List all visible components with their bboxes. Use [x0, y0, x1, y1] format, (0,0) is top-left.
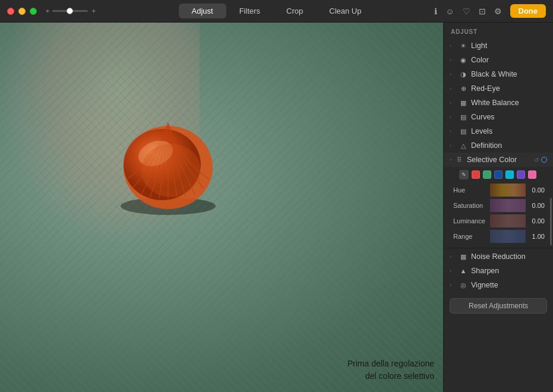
adjust-item-wb[interactable]: › ▦ White Balance: [444, 96, 553, 110]
hue-slider[interactable]: Hue 0.00: [451, 184, 547, 197]
swatch-green[interactable]: [483, 170, 491, 179]
chevron-right-icon: ›: [450, 100, 456, 106]
heart-icon[interactable]: ♡: [463, 7, 470, 16]
caption-line1: Prima della regolazione: [347, 358, 434, 370]
wb-label: White Balance: [471, 99, 547, 107]
chevron-right-icon: ›: [450, 57, 456, 63]
adjust-item-selective-color[interactable]: › ⠿ Selective Color ↺: [444, 153, 553, 167]
adjust-item-sharpen[interactable]: › ▲ Sharpen: [444, 264, 553, 278]
svg-point-4: [141, 144, 201, 197]
swatch-blue[interactable]: [494, 170, 503, 179]
adjust-item-bw[interactable]: › ◑ Black & White: [444, 67, 553, 81]
saturation-slider[interactable]: Saturation 0.00: [451, 199, 547, 212]
adjust-item-color[interactable]: › ◉ Color: [444, 53, 553, 67]
noise-label: Noise Reduction: [471, 252, 547, 261]
curves-label: Curves: [471, 113, 547, 121]
scrollbar[interactable]: [550, 198, 552, 245]
range-slider[interactable]: Range 1.00: [451, 230, 547, 243]
tab-filters[interactable]: Filters: [226, 4, 273, 18]
eyedropper-tool[interactable]: ✎: [459, 170, 469, 179]
minimize-button[interactable]: [18, 8, 26, 15]
swatch-red[interactable]: [472, 170, 480, 179]
sc-reset-icon[interactable]: ↺: [534, 157, 539, 163]
lum-fill: [490, 214, 526, 227]
range-label: Range: [451, 233, 490, 240]
definition-label: Definition: [471, 141, 547, 150]
shell-image: [103, 105, 233, 220]
panel-title: ADJUST: [444, 23, 553, 39]
adjust-item-redeye[interactable]: › ⊕ Red-Eye: [444, 81, 553, 96]
color-icon: ◉: [459, 56, 467, 64]
brightness-thumb: [67, 8, 73, 14]
luminance-slider[interactable]: Luminance 0.00: [451, 214, 547, 227]
tab-crop[interactable]: Crop: [273, 4, 316, 18]
color-label: Color: [471, 56, 547, 64]
titlebar: ☀ + Adjust Filters Crop Clean Up ℹ ☺ ♡ ⊡…: [0, 0, 553, 23]
swatch-pink[interactable]: [528, 170, 536, 179]
adjust-item-light[interactable]: › ☀ Light: [444, 39, 553, 53]
caption: Prima della regolazione del colore selet…: [347, 358, 434, 382]
share-icon[interactable]: ⊡: [479, 7, 486, 16]
bw-label: Black & White: [471, 70, 547, 78]
range-value: 1.00: [526, 233, 547, 240]
adjust-item-curves[interactable]: › ▤ Curves: [444, 110, 553, 124]
color-picker-row: ✎: [444, 167, 553, 182]
definition-icon: △: [459, 142, 467, 150]
sat-fill: [490, 199, 526, 212]
sc-controls: ↺: [534, 157, 547, 163]
bw-icon: ◑: [459, 71, 467, 78]
light-icon: ☀: [459, 42, 467, 50]
divider: [444, 248, 553, 248]
range-slider-row: Range 1.00: [444, 229, 553, 244]
brightness-slider[interactable]: ☀ +: [45, 7, 96, 15]
swatch-purple[interactable]: [517, 170, 525, 179]
adjust-item-vignette[interactable]: › ◎ Vignette: [444, 278, 553, 292]
levels-label: Levels: [471, 127, 547, 135]
tools-icon[interactable]: ⚙: [494, 7, 502, 16]
chevron-right-icon: ›: [450, 86, 456, 91]
brightness-min-icon: ☀: [45, 8, 50, 14]
range-bar: [490, 230, 526, 243]
close-button[interactable]: [7, 8, 14, 15]
redeye-icon: ⊕: [459, 85, 467, 93]
sat-value: 0.00: [526, 202, 547, 209]
done-button[interactable]: Done: [510, 4, 546, 18]
sc-label: Selective Color: [467, 156, 530, 164]
adjust-item-levels[interactable]: › ▤ Levels: [444, 124, 553, 138]
nav-tabs: Adjust Filters Crop Clean Up: [179, 4, 375, 18]
chevron-right-icon: ›: [450, 268, 456, 274]
sat-bar: [490, 199, 526, 212]
chevron-right-icon: ›: [450, 114, 456, 120]
swatch-cyan[interactable]: [505, 170, 514, 179]
hue-slider-row: Hue 0.00: [444, 182, 553, 198]
sat-label: Saturation: [451, 202, 490, 209]
right-panel: ADJUST › ☀ Light › ◉ Color › ◑ Black & W…: [443, 23, 553, 392]
lum-value: 0.00: [526, 217, 547, 225]
adjust-item-noise[interactable]: › ▦ Noise Reduction: [444, 249, 553, 264]
redeye-label: Red-Eye: [471, 84, 547, 93]
vignette-icon: ◎: [459, 282, 467, 289]
maximize-button[interactable]: [30, 8, 37, 15]
adjust-item-definition[interactable]: › △ Definition: [444, 138, 553, 153]
noise-icon: ▦: [459, 253, 467, 261]
emoji-icon[interactable]: ☺: [445, 7, 454, 16]
brightness-track: [52, 10, 88, 12]
tab-adjust[interactable]: Adjust: [179, 4, 226, 18]
chevron-down-icon: ›: [448, 159, 454, 161]
sc-icon: ⠿: [455, 156, 463, 164]
chevron-right-icon: ›: [450, 43, 456, 49]
chevron-right-icon: ›: [450, 254, 456, 260]
sharpen-icon: ▲: [459, 267, 467, 274]
range-fill: [490, 230, 526, 243]
info-icon[interactable]: ℹ: [434, 7, 437, 16]
chevron-right-icon: ›: [450, 71, 456, 77]
sharpen-label: Sharpen: [471, 267, 547, 275]
reset-adjustments-button[interactable]: Reset Adjustments: [450, 298, 547, 314]
chevron-right-icon: ›: [450, 143, 456, 148]
lum-label: Luminance: [451, 217, 490, 225]
tab-cleanup[interactable]: Clean Up: [316, 4, 374, 18]
levels-icon: ▤: [459, 128, 467, 135]
traffic-lights: [7, 8, 37, 15]
photo-container: [0, 23, 443, 392]
curves-icon: ▤: [459, 113, 467, 121]
